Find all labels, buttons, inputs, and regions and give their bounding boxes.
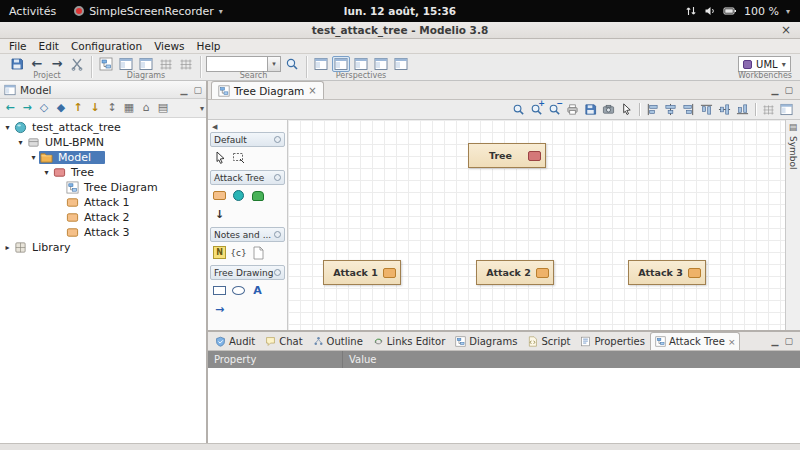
activities-button[interactable]: Activités bbox=[0, 0, 65, 22]
palette-section-header[interactable]: Default bbox=[210, 132, 285, 147]
tab-diagrams[interactable]: Diagrams bbox=[450, 333, 522, 350]
diagram-node-attack-2[interactable]: Attack 2 bbox=[476, 260, 554, 285]
expander-icon[interactable]: ▾ bbox=[15, 138, 26, 147]
tree-item-project[interactable]: ▾ test_attack_tree bbox=[0, 120, 206, 135]
link-tool-icon[interactable]: ↓ bbox=[212, 207, 227, 222]
and-node-tool-icon[interactable] bbox=[250, 188, 265, 203]
tree-item-library[interactable]: ▸ Library bbox=[0, 240, 206, 255]
tab-tree-diagram[interactable]: Tree Diagram × bbox=[211, 81, 324, 99]
expander-icon[interactable]: ▾ bbox=[28, 153, 39, 162]
perspective-analysis-icon[interactable] bbox=[352, 56, 370, 72]
move-up-icon[interactable]: ↑ bbox=[70, 100, 86, 116]
workbench-select[interactable]: UML ▾ bbox=[738, 56, 791, 72]
close-icon[interactable]: × bbox=[772, 22, 800, 38]
sequence-diagram-icon[interactable] bbox=[137, 56, 155, 72]
minimize-icon[interactable]: ▁ bbox=[181, 85, 188, 95]
search-dropdown-icon[interactable]: ▾ bbox=[268, 56, 281, 72]
section-toggle-icon[interactable] bbox=[274, 174, 281, 181]
cut-icon[interactable] bbox=[68, 56, 86, 72]
snapshot-icon[interactable] bbox=[600, 101, 617, 118]
tree-item-model[interactable]: ▾ Model bbox=[0, 150, 206, 165]
section-toggle-icon[interactable] bbox=[274, 136, 281, 143]
sort-icon[interactable]: ↕ bbox=[104, 100, 120, 116]
app-indicator[interactable]: SimpleScreenRecorder ▾ bbox=[65, 0, 232, 22]
tab-close-icon[interactable]: × bbox=[728, 337, 736, 347]
maximize-icon[interactable]: ▢ bbox=[784, 336, 793, 346]
expander-icon[interactable]: ▾ bbox=[2, 123, 13, 132]
align-right-icon[interactable] bbox=[680, 101, 697, 118]
tree-item-attack-2[interactable]: Attack 2 bbox=[0, 210, 206, 225]
or-node-tool-icon[interactable] bbox=[231, 188, 246, 203]
align-middle-icon[interactable] bbox=[716, 101, 733, 118]
expander-icon[interactable]: ▸ bbox=[2, 243, 13, 252]
tab-properties[interactable]: Properties bbox=[575, 333, 650, 350]
tree-item-attack-3[interactable]: Attack 3 bbox=[0, 225, 206, 240]
table-icon[interactable] bbox=[177, 56, 195, 72]
diagram-canvas[interactable]: Tree Attack 1 Attack 2 Attack 3 bbox=[288, 120, 785, 330]
property-column-header[interactable]: Property bbox=[208, 351, 343, 368]
tree-item-uml-bpmn[interactable]: ▾ UML-BPMN bbox=[0, 135, 206, 150]
menu-file[interactable]: File bbox=[3, 40, 33, 52]
show-diagram-links-icon[interactable]: ◇ bbox=[36, 100, 52, 116]
tab-links-editor[interactable]: Links Editor bbox=[368, 333, 450, 350]
search-icon[interactable] bbox=[283, 56, 301, 72]
tree-item-tree[interactable]: ▾ Tree bbox=[0, 165, 206, 180]
move-down-icon[interactable]: ↓ bbox=[87, 100, 103, 116]
align-bottom-icon[interactable] bbox=[734, 101, 751, 118]
tree-item-attack-1[interactable]: Attack 1 bbox=[0, 195, 206, 210]
class-diagram-icon[interactable] bbox=[117, 56, 135, 72]
tab-script[interactable]: Script bbox=[522, 333, 575, 350]
minimize-icon[interactable]: ▁ bbox=[772, 85, 779, 95]
document-tool-icon[interactable] bbox=[250, 245, 265, 260]
tab-outline[interactable]: Outline bbox=[308, 333, 368, 350]
section-toggle-icon[interactable] bbox=[274, 269, 281, 276]
tree-item-tree-diagram[interactable]: Tree Diagram bbox=[0, 180, 206, 195]
diagram-node-attack-1[interactable]: Attack 1 bbox=[323, 260, 401, 285]
constraint-tool-icon[interactable]: {c} bbox=[231, 245, 246, 260]
page-setup-icon[interactable] bbox=[778, 101, 795, 118]
zoom-out-icon[interactable]: − bbox=[546, 101, 563, 118]
perspective-model-icon[interactable] bbox=[312, 56, 330, 72]
save-image-icon[interactable] bbox=[582, 101, 599, 118]
browse-back-icon[interactable]: ← bbox=[2, 100, 18, 116]
align-top-icon[interactable] bbox=[698, 101, 715, 118]
symbol-panel-tab[interactable]: ▤ Symbol bbox=[785, 120, 800, 330]
matrix-icon[interactable] bbox=[157, 56, 175, 72]
align-center-icon[interactable] bbox=[662, 101, 679, 118]
palette-section-header[interactable]: Attack Tree bbox=[210, 170, 285, 185]
rectangle-tool-icon[interactable] bbox=[212, 283, 227, 298]
tab-chat[interactable]: Chat bbox=[260, 333, 307, 350]
value-column-header[interactable]: Value bbox=[343, 351, 800, 368]
menu-edit[interactable]: Edit bbox=[33, 40, 65, 52]
zoom-fit-icon[interactable] bbox=[510, 101, 527, 118]
browse-forward-icon[interactable]: → bbox=[19, 100, 35, 116]
line-tool-icon[interactable]: → bbox=[212, 302, 227, 317]
palette-section-header[interactable]: Notes and ... bbox=[210, 227, 285, 242]
diagram-node-attack-3[interactable]: Attack 3 bbox=[628, 260, 706, 285]
marquee-tool-icon[interactable] bbox=[231, 150, 246, 165]
align-left-icon[interactable] bbox=[644, 101, 661, 118]
perspective-custom-icon[interactable] bbox=[392, 56, 410, 72]
section-toggle-icon[interactable] bbox=[274, 231, 281, 238]
system-tray[interactable]: 100 % ▾ bbox=[685, 5, 800, 18]
select-mode-icon[interactable] bbox=[618, 101, 635, 118]
note-tool-icon[interactable]: N bbox=[212, 245, 227, 260]
tab-close-icon[interactable]: × bbox=[308, 85, 316, 96]
print-icon[interactable] bbox=[564, 101, 581, 118]
menu-views[interactable]: Views bbox=[148, 40, 190, 52]
palette-collapse-icon[interactable]: ◀ bbox=[210, 123, 217, 131]
model-panel-header[interactable]: Model ▁ ▢ bbox=[0, 81, 206, 99]
diagram-node-tree[interactable]: Tree bbox=[468, 143, 546, 168]
minimize-icon[interactable]: ▁ bbox=[772, 336, 779, 346]
select-tool-icon[interactable] bbox=[212, 150, 227, 165]
tab-audit[interactable]: Audit bbox=[210, 333, 260, 350]
navigate-forward-icon[interactable]: → bbox=[48, 56, 66, 72]
maximize-icon[interactable]: ▢ bbox=[784, 85, 793, 95]
show-element-links-icon[interactable]: ◆ bbox=[53, 100, 69, 116]
navigate-back-icon[interactable]: ← bbox=[28, 56, 46, 72]
attack-node-tool-icon[interactable] bbox=[212, 188, 227, 203]
tab-attack-tree[interactable]: Attack Tree× bbox=[650, 332, 740, 350]
perspective-development-icon[interactable] bbox=[372, 56, 390, 72]
grid-toggle-icon[interactable] bbox=[760, 101, 777, 118]
text-tool-icon[interactable]: A bbox=[250, 283, 265, 298]
